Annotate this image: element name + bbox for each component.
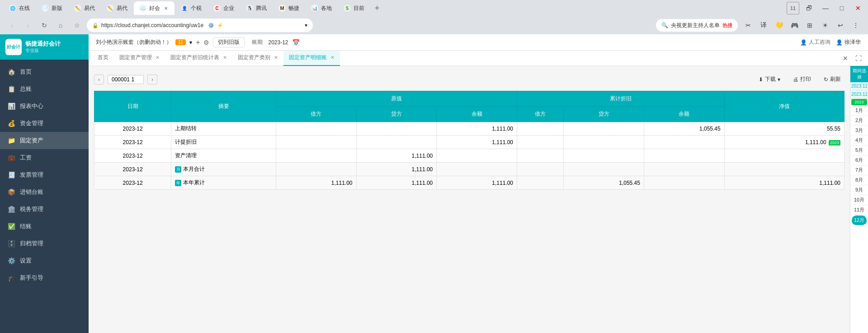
prev-record-button[interactable]: ‹ (94, 75, 104, 84)
period-year-label[interactable]: 2023 (851, 99, 867, 105)
refresh-icon: ↻ (824, 76, 828, 83)
more-icon[interactable]: ⋮ (849, 19, 863, 32)
maximize-content-icon[interactable]: ⛶ (853, 54, 864, 63)
sidebar-item-settings[interactable]: ⚙️ 设置 (0, 252, 89, 269)
browser-tab-online[interactable]: 🌐 在线 (4, 1, 35, 15)
tab-favicon: 🐧 (246, 5, 253, 12)
scissors-icon[interactable]: ✂ (741, 19, 755, 32)
close-window-button[interactable]: ✕ (852, 2, 864, 14)
back-button[interactable]: ‹ (5, 19, 18, 32)
browser-tab-haohui[interactable]: ☁️ 好会 ✕ (134, 1, 175, 15)
browser-tab-tengxun[interactable]: 🐧 腾讯 (241, 1, 272, 15)
sidebar-item-invoices[interactable]: 🧾 发票管理 (0, 166, 89, 183)
settings-account-icon[interactable]: ⚙ (203, 39, 209, 46)
period-month-3[interactable]: 3月 (850, 126, 868, 136)
next-record-button[interactable]: › (147, 75, 157, 84)
closing-icon: ✅ (7, 222, 15, 230)
close-tab-icon[interactable]: ✕ (223, 55, 227, 61)
browser-tab-yidai1[interactable]: ✏️ 易代 (69, 1, 100, 15)
period-selected-end[interactable]: 2023.12 (850, 90, 868, 98)
period-month-2[interactable]: 2月 (850, 116, 868, 126)
tab-label: 企业 (223, 5, 234, 12)
row-summary: 月本月合计 (171, 163, 276, 176)
row-accum-debit (517, 176, 564, 190)
sidebar-item-home[interactable]: 🏠 首页 (0, 63, 89, 80)
translate-icon[interactable]: 译 (757, 19, 770, 32)
tab-asset-detail-ledger[interactable]: 固定资产明细账 ✕ (283, 51, 340, 66)
bookmark-button[interactable]: ☆ (71, 19, 83, 32)
period-month-10[interactable]: 10月 (850, 195, 868, 205)
undo-icon[interactable]: ↩ (834, 19, 847, 32)
sidebar-item-tax[interactable]: 🏛️ 税务管理 (0, 201, 89, 218)
tab-depreciation-stats[interactable]: 固定资产折旧统计表 ✕ (165, 51, 232, 66)
maximize-button[interactable]: □ (835, 2, 848, 14)
close-icon[interactable]: ✕ (163, 5, 169, 11)
period-month-11[interactable]: 11月 (850, 205, 868, 215)
period-month-12[interactable]: 12月 (852, 216, 867, 225)
content-main: ‹ 000001 1 › ⬇ 下载 ▾ 🖨 打 (89, 66, 850, 333)
period-month-1[interactable]: 1月 (850, 106, 868, 116)
close-tab-icon[interactable]: ✕ (156, 55, 160, 61)
forward-button[interactable]: › (22, 19, 34, 32)
period-month-9[interactable]: 9月 (850, 185, 868, 195)
row-orig-balance: 1,111.00 (437, 176, 517, 190)
new-tab-button[interactable]: + (371, 2, 383, 14)
sidebar-item-guide[interactable]: 🎓 新手引导 (0, 269, 89, 286)
period-month-6[interactable]: 6月 (850, 155, 868, 165)
refresh-button[interactable]: ↻ 刷新 (820, 74, 844, 84)
tab-fixed-assets-mgmt[interactable]: 固定资产管理 ✕ (114, 51, 165, 66)
close-tab-icon[interactable]: ✕ (274, 55, 278, 61)
sidebar-item-general-ledger[interactable]: 📋 总账 (0, 80, 89, 98)
download-button[interactable]: ⬇ 下载 ▾ (755, 74, 784, 84)
calendar-icon[interactable]: 📅 (292, 39, 300, 46)
switch-version-button[interactable]: 切到旧版 (213, 37, 245, 47)
print-button[interactable]: 🖨 打印 (789, 74, 815, 84)
period-month-5[interactable]: 5月 (850, 145, 868, 155)
period-month-4[interactable]: 4月 (850, 136, 868, 145)
close-all-tabs-icon[interactable]: ✕ (840, 54, 851, 63)
app-container: 好会计 畅捷通好会计 专业版 🏠 首页 📋 总账 📊 报表中心 💰 资 (0, 34, 868, 333)
browser-tab-gedi[interactable]: 📊 各地 (306, 1, 337, 15)
tab-count-badge[interactable]: 11 (787, 2, 799, 14)
add-account-icon[interactable]: + (196, 38, 200, 47)
browser-tab-muqian[interactable]: S 目前 (338, 1, 370, 15)
period-selected-start[interactable]: 2023.12 (850, 82, 868, 90)
period-month-7[interactable]: 7月 (850, 165, 868, 175)
sidebar-item-archive[interactable]: 🗄️ 归档管理 (0, 235, 89, 252)
row-orig-credit: 1,111.00 (356, 149, 437, 163)
sidebar-item-fixed-assets[interactable]: 📁 固定资产 (0, 132, 89, 149)
customer-service-button[interactable]: 👤 人工咨询 (800, 38, 830, 46)
browser-tab-qiye[interactable]: C 企业 (208, 1, 240, 15)
url-bar[interactable]: 🔒 https://cloud.chanjet.com/accounting/u… (87, 19, 313, 32)
search-bar[interactable]: 🔍 央视更新主持人名单 热搜 (656, 19, 738, 32)
browser-tab-new[interactable]: 📄 新版 (36, 1, 68, 15)
brightness-icon[interactable]: ☀ (818, 19, 832, 32)
url-dropdown-icon[interactable]: ▾ (305, 22, 307, 28)
restore-button[interactable]: 🗗 (803, 2, 816, 14)
dropdown-icon[interactable]: ▾ (189, 39, 192, 46)
reports-icon: 📊 (7, 102, 15, 110)
toolbar-right: ⬇ 下载 ▾ 🖨 打印 ↻ 刷新 (755, 74, 844, 84)
minimize-button[interactable]: — (819, 2, 832, 14)
sidebar-header: 好会计 畅捷通好会计 专业版 (0, 34, 89, 60)
sidebar-item-funds[interactable]: 💰 资金管理 (0, 115, 89, 132)
sidebar-item-purchase-sales[interactable]: 📦 进销台账 (0, 183, 89, 201)
game-icon[interactable]: 🎮 (788, 19, 801, 32)
browser-tab-yidai2[interactable]: ✏️ 易代 (101, 1, 133, 15)
sidebar-item-payroll[interactable]: 💼 工资 (0, 149, 89, 166)
period-month-8[interactable]: 8月 (850, 175, 868, 185)
close-tab-icon[interactable]: ✕ (330, 55, 335, 61)
sidebar-item-reports[interactable]: 📊 报表中心 (0, 98, 89, 115)
user-info[interactable]: 👤 徐泽华 (836, 38, 861, 46)
tab-label: 在线 (19, 5, 30, 12)
home-button[interactable]: ⌂ (54, 19, 67, 32)
tab-home[interactable]: 首页 (92, 51, 114, 66)
grid-icon[interactable]: ⊞ (803, 19, 816, 32)
browser-tab-changjie[interactable]: M 畅捷 (273, 1, 305, 15)
wallet-icon[interactable]: 💛 (772, 19, 786, 32)
tab-asset-category[interactable]: 固定资产类别 ✕ (232, 51, 283, 66)
sidebar-item-closing[interactable]: ✅ 结账 (0, 218, 89, 235)
tab-label: 固定资产明细账 (289, 54, 327, 61)
browser-tab-geshui[interactable]: 👤 个税 (175, 1, 207, 15)
reload-button[interactable]: ↻ (38, 19, 51, 32)
